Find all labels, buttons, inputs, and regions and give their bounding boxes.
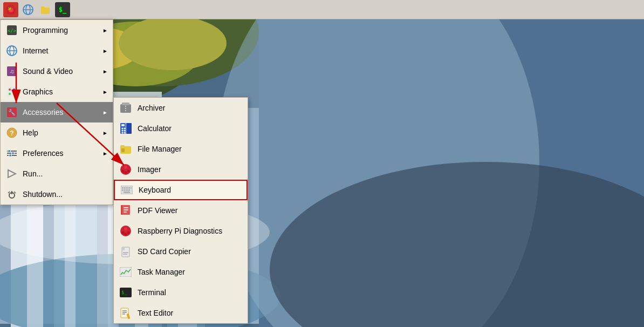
menu-item-shutdown[interactable]: Shutdown... — [1, 184, 113, 205]
svg-rect-82 — [124, 189, 126, 191]
text-editor-icon — [119, 306, 132, 319]
svg-rect-81 — [122, 189, 124, 191]
text-editor-label: Text Editor — [138, 309, 173, 317]
programming-label: Programming — [23, 26, 100, 35]
terminal-taskbar-icon[interactable]: $_ — [55, 2, 70, 17]
svg-point-72 — [122, 170, 125, 173]
submenu-item-archiver[interactable]: Archiver — [114, 98, 248, 118]
files-icon[interactable] — [38, 2, 53, 17]
submenu-item-raspberry-diagnostics[interactable]: Raspberry Pi Diagnostics — [114, 221, 248, 241]
sound-video-icon: ♫ — [5, 65, 18, 78]
accessories-icon: 🔧 — [5, 106, 18, 119]
terminal-icon: $_ — [119, 286, 132, 299]
svg-line-53 — [8, 192, 10, 193]
sound-video-label: Sound & Video — [23, 67, 100, 76]
menu-item-preferences[interactable]: Preferences ► — [1, 143, 113, 164]
svg-rect-60 — [121, 124, 125, 126]
internet-label: Internet — [23, 46, 100, 55]
svg-rect-78 — [126, 187, 128, 189]
help-arrow: ► — [102, 130, 108, 136]
svg-rect-80 — [131, 187, 132, 189]
svg-point-5 — [119, 16, 227, 70]
svg-rect-85 — [124, 192, 130, 193]
raspberry-pi-menu-button[interactable]: 🍓 — [3, 2, 18, 17]
submenu-item-sd-card-copier[interactable]: SD Card Copier — [114, 241, 248, 262]
svg-marker-50 — [8, 170, 16, 178]
sd-card-copier-label: SD Card Copier — [138, 247, 191, 256]
help-icon: ? — [5, 126, 18, 139]
menu-item-run[interactable]: Run... — [1, 164, 113, 184]
submenu-item-text-editor[interactable]: Text Editor — [114, 303, 248, 323]
svg-point-62 — [124, 128, 126, 130]
accessories-submenu: Archiver Calculator File Manager Imager … — [113, 97, 248, 324]
svg-marker-98 — [122, 247, 125, 250]
menu-item-programming[interactable]: </> Programming ► — [1, 20, 113, 40]
run-icon — [5, 167, 18, 180]
svg-rect-101 — [120, 267, 132, 277]
shutdown-label: Shutdown... — [23, 190, 108, 199]
preferences-label: Preferences — [23, 149, 100, 158]
pdf-viewer-label: PDF Viewer — [138, 206, 177, 215]
shutdown-icon — [5, 188, 18, 201]
svg-rect-89 — [124, 209, 128, 210]
submenu-item-imager[interactable]: Imager — [114, 159, 248, 180]
svg-point-71 — [124, 166, 127, 169]
svg-rect-88 — [124, 207, 128, 208]
svg-point-66 — [124, 132, 126, 134]
pdf-viewer-icon — [119, 204, 132, 217]
svg-rect-56 — [122, 103, 129, 105]
svg-text:?: ? — [10, 130, 13, 137]
svg-point-74 — [125, 172, 127, 174]
svg-line-54 — [14, 192, 16, 193]
svg-point-64 — [124, 130, 126, 132]
preferences-arrow: ► — [102, 151, 108, 156]
svg-rect-104 — [121, 308, 128, 318]
svg-point-94 — [127, 231, 130, 234]
file-manager-icon — [119, 142, 132, 155]
main-menu: </> Programming ► Internet ► ♫ Sound & V… — [0, 19, 113, 205]
svg-point-39 — [13, 93, 15, 95]
svg-rect-35 — [7, 87, 17, 97]
calculator-label: Calculator — [138, 124, 172, 133]
programming-icon: </> — [5, 24, 18, 37]
menu-item-accessories[interactable]: 🔧 Accessories ► — [1, 102, 113, 122]
internet-arrow: ► — [102, 48, 108, 54]
calculator-icon — [119, 122, 132, 135]
submenu-item-calculator[interactable]: Calculator — [114, 118, 248, 139]
menu-item-sound-video[interactable]: ♫ Sound & Video ► — [1, 61, 113, 81]
raspberry-diagnostics-label: Raspberry Pi Diagnostics — [138, 227, 222, 235]
svg-rect-76 — [122, 187, 124, 189]
task-manager-icon — [119, 265, 132, 278]
browser-icon[interactable] — [20, 2, 36, 17]
file-manager-label: File Manager — [138, 145, 182, 153]
menu-item-graphics[interactable]: Graphics ► — [1, 81, 113, 102]
raspberry-diagnostics-icon — [119, 224, 132, 237]
help-label: Help — [23, 128, 100, 137]
svg-rect-59 — [126, 123, 132, 134]
svg-text:🔧: 🔧 — [8, 108, 16, 116]
submenu-item-keyboard[interactable]: Keyboard — [114, 180, 248, 200]
graphics-icon — [5, 85, 18, 98]
svg-rect-79 — [128, 187, 130, 189]
svg-rect-77 — [124, 187, 126, 189]
keyboard-icon — [120, 183, 133, 196]
terminal-label: Terminal — [138, 288, 166, 297]
svg-point-95 — [125, 233, 127, 236]
svg-point-36 — [9, 88, 11, 91]
submenu-item-pdf-viewer[interactable]: PDF Viewer — [114, 200, 248, 221]
submenu-item-file-manager[interactable]: File Manager — [114, 139, 248, 159]
archiver-icon — [119, 101, 132, 114]
submenu-item-terminal[interactable]: $_ Terminal — [114, 282, 248, 303]
menu-item-internet[interactable]: Internet ► — [1, 40, 113, 61]
svg-point-92 — [124, 227, 127, 230]
svg-point-47 — [8, 150, 11, 153]
accessories-arrow: ► — [102, 110, 108, 115]
taskbar: 🍓 $_ — [0, 0, 644, 19]
task-manager-label: Task Manager — [138, 268, 185, 276]
sound-video-arrow: ► — [102, 69, 108, 74]
submenu-item-task-manager[interactable]: Task Manager — [114, 262, 248, 282]
svg-point-61 — [122, 128, 124, 130]
menu-item-help[interactable]: ? Help ► — [1, 122, 113, 143]
svg-point-73 — [127, 170, 130, 173]
internet-icon — [5, 44, 18, 57]
